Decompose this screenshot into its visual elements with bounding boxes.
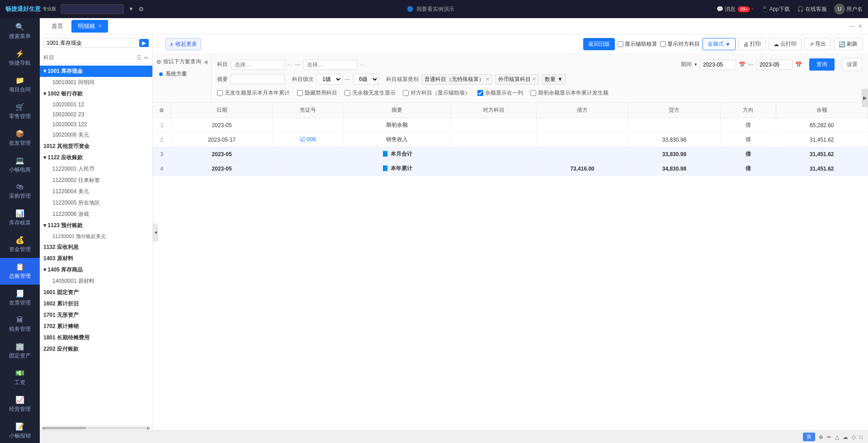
tree-nav-right-icon[interactable]: ▶ bbox=[139, 39, 149, 47]
period-calendar-icon[interactable]: 📅 bbox=[739, 62, 745, 68]
setting-btn[interactable]: 设置 bbox=[842, 58, 863, 71]
left-collapse-handle[interactable]: ◀ bbox=[153, 224, 158, 242]
period-end-calendar-icon[interactable]: 📅 bbox=[795, 62, 802, 68]
subject-end-input[interactable] bbox=[303, 60, 357, 70]
status-icon-1[interactable]: ⊕ bbox=[819, 434, 823, 440]
tree-item-10010001[interactable]: 10010001 同明同 bbox=[40, 77, 152, 88]
status-icon-2[interactable]: ✏ bbox=[827, 434, 831, 440]
tree-item-1405[interactable]: ▾ 1405 库存商品 bbox=[40, 264, 152, 276]
query-btn[interactable]: 查询 bbox=[809, 58, 835, 71]
tree-item-1002[interactable]: ▾ 1002 银行存款 bbox=[40, 88, 152, 100]
demo-label[interactable]: 我要看实例演示 bbox=[416, 5, 454, 13]
period-start-input[interactable] bbox=[700, 60, 736, 70]
sidebar-item-ledger[interactable]: 📋 总账管理 bbox=[0, 258, 40, 285]
scheme-settings-icon[interactable]: ⚙ bbox=[156, 59, 161, 65]
tree-item-1403[interactable]: 1403 原材料 bbox=[40, 253, 152, 264]
no-balance-check[interactable]: 无余额无发生显示 bbox=[344, 89, 396, 97]
tree-item-11220002[interactable]: 11220002 往来标签 bbox=[40, 175, 152, 186]
hide-disabled-checkbox[interactable] bbox=[297, 90, 303, 96]
status-icon-4[interactable]: ☁ bbox=[843, 434, 848, 440]
sidebar-item-purchase[interactable]: 🛍 采购管理 bbox=[0, 178, 40, 205]
show-opposite-check[interactable]: 显示对方科目 bbox=[660, 40, 700, 48]
settings-icon[interactable]: ⚙ bbox=[138, 5, 144, 13]
show-opposite-checkbox[interactable] bbox=[660, 41, 666, 47]
tree-item-1602[interactable]: 1602 累计折旧 bbox=[40, 298, 152, 310]
expand-more-btn[interactable]: ∧ 收起更多 bbox=[165, 38, 201, 50]
tree-search-input[interactable] bbox=[43, 38, 137, 48]
tree-item-10020001[interactable]: 10020001 12 bbox=[40, 100, 152, 110]
back-old-version-btn[interactable]: 返回旧版 bbox=[583, 38, 615, 50]
message-item[interactable]: 💬 消息 99+ + bbox=[717, 5, 754, 13]
tree-scroll-right[interactable]: ▶ bbox=[147, 425, 151, 430]
sidebar-item-quicknav[interactable]: ⚡ 快捷导航 bbox=[0, 45, 40, 71]
tree-item-11220006[interactable]: 11220006 游戏 bbox=[40, 209, 152, 220]
app-download-item[interactable]: 📱 App下载 bbox=[761, 5, 790, 13]
tree-item-1122[interactable]: ▾ 1122 应收账款 bbox=[40, 152, 152, 163]
no-occur-check[interactable]: 无发生额显示本月本年累计 bbox=[217, 89, 290, 97]
show-balance-check[interactable]: 余额显示在一列 bbox=[477, 89, 523, 97]
tree-scrollbar-track[interactable] bbox=[45, 427, 147, 429]
tree-item-11220001[interactable]: 11220001 人民币 bbox=[40, 163, 152, 175]
opposite-subject-checkbox[interactable] bbox=[403, 90, 409, 96]
sidebar-item-retail[interactable]: 🛒 零售管理 bbox=[0, 98, 40, 125]
sidebar-item-project[interactable]: 📁 项目合同 bbox=[0, 71, 40, 98]
tab-detail[interactable]: 明细账 ✕ bbox=[71, 20, 108, 33]
sidebar-item-operations[interactable]: 📈 经营管理 bbox=[0, 391, 40, 418]
no-balance-checkbox[interactable] bbox=[344, 90, 350, 96]
window-maximize-icon[interactable]: ✕ bbox=[858, 23, 863, 29]
status-icon-6[interactable]: □ bbox=[859, 434, 863, 440]
tree-item-1701[interactable]: 1701 无形资产 bbox=[40, 310, 152, 321]
opposite-subject-check[interactable]: 对方科目（显示辅助项） bbox=[403, 89, 470, 97]
tab-home[interactable]: 首页 bbox=[45, 20, 70, 33]
sidebar-item-smallreport[interactable]: 📝 小畅报销 bbox=[0, 418, 40, 443]
print-btn[interactable]: 🖨 打印 bbox=[738, 38, 766, 50]
tree-item-10020003[interactable]: 10020003 122 bbox=[40, 119, 152, 129]
tree-item-1601[interactable]: 1601 固定资产 bbox=[40, 287, 152, 298]
tag-foreign-remove[interactable]: × bbox=[533, 76, 536, 82]
tree-item-1123[interactable]: ▾ 1123 预付账款 bbox=[40, 220, 152, 231]
export-btn[interactable]: ↗ 导出 bbox=[804, 38, 831, 50]
scheme-collapse-icon[interactable]: ◀ bbox=[203, 59, 208, 65]
dropdown-icon[interactable]: ▼ bbox=[128, 6, 134, 12]
sidebar-item-inventory[interactable]: 📊 库存核算 bbox=[0, 205, 40, 231]
status-icon-3[interactable]: △ bbox=[835, 434, 839, 440]
refresh-btn[interactable]: 🔄 刷新 bbox=[834, 38, 863, 50]
demo-area[interactable]: 🔵 我要看实例演示 bbox=[407, 5, 454, 13]
col-settings[interactable]: ⚙ bbox=[153, 103, 171, 118]
tree-item-1132[interactable]: 1132 应收利息 bbox=[40, 242, 152, 253]
sidebar-item-ecommerce[interactable]: 💻 小畅电商 bbox=[0, 152, 40, 178]
tree-item-1801[interactable]: 1801 长期待摊费用 bbox=[40, 332, 152, 343]
tree-edit-icon[interactable]: ✏ bbox=[144, 55, 149, 61]
tree-item-1012[interactable]: 1012 其他货币资金 bbox=[40, 141, 152, 152]
user-avatar[interactable]: U 用户名 bbox=[834, 4, 863, 14]
show-helper-check[interactable]: 显示辅助核算 bbox=[618, 40, 657, 48]
tree-item-1001[interactable]: ▾ 1001 库存现金 bbox=[40, 66, 152, 77]
summary-input[interactable] bbox=[231, 74, 285, 84]
sidebar-item-tax[interactable]: 🏛 税务管理 bbox=[0, 311, 40, 338]
status-icon-5[interactable]: ◇ bbox=[852, 434, 856, 440]
tree-item-10020006[interactable]: 10020006 美元 bbox=[40, 129, 152, 141]
level-end-select[interactable]: 6级5级4级 bbox=[353, 74, 379, 85]
status-translate-btn[interactable]: 英 bbox=[803, 433, 815, 441]
period-end-input[interactable] bbox=[756, 60, 793, 70]
no-occur-checkbox[interactable] bbox=[217, 90, 223, 96]
sidebar-item-invoice[interactable]: 🧾 发票管理 bbox=[0, 285, 40, 311]
show-begin-check[interactable]: 期初余额显示本年累计发生额 bbox=[530, 89, 609, 97]
global-search-input[interactable] bbox=[61, 4, 124, 14]
show-begin-checkbox[interactable] bbox=[530, 90, 536, 96]
online-service-item[interactable]: 🎧 在线客服 bbox=[797, 5, 827, 13]
cloud-print-btn[interactable]: ☁ 云打印 bbox=[769, 38, 802, 50]
sidebar-item-asset[interactable]: 🏢 固定资产 bbox=[0, 338, 40, 364]
tree-item-10020002[interactable]: 10020002 23 bbox=[40, 110, 152, 119]
tree-scroll-left[interactable]: ◀ bbox=[42, 425, 45, 430]
tree-list-icon[interactable]: ☰ bbox=[137, 55, 142, 61]
subject-start-input[interactable] bbox=[231, 60, 285, 70]
sidebar-item-wholesale[interactable]: 📦 批发管理 bbox=[0, 125, 40, 152]
sidebar-item-salary[interactable]: 💵 工资 bbox=[0, 364, 40, 391]
right-collapse-handle[interactable]: ▶ bbox=[862, 89, 868, 107]
tree-item-1702[interactable]: 1702 累计摊销 bbox=[40, 321, 152, 332]
tree-item-11220005[interactable]: 11220005 所在地区 bbox=[40, 197, 152, 209]
sidebar-item-search[interactable]: 🔍 搜索菜单 bbox=[0, 18, 40, 45]
tree-item-11230001[interactable]: 11230001 预付账款美元 bbox=[40, 231, 152, 242]
hide-disabled-check[interactable]: 隐藏禁用科目 bbox=[297, 89, 337, 97]
